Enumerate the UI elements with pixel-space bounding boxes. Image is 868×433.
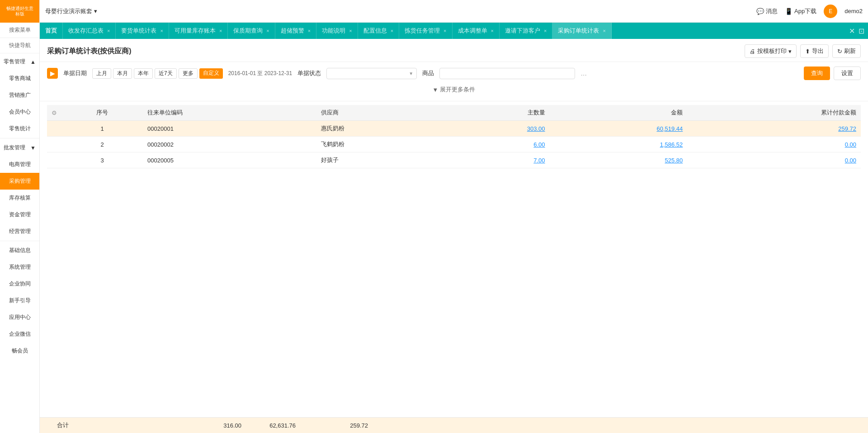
footer-label: 合计 — [52, 421, 214, 429]
sidebar-item-purchase[interactable]: 采购管理 — [0, 173, 39, 190]
refresh-button[interactable]: ↻ 刷新 — [832, 44, 861, 58]
tab-inventory[interactable]: 可用量库存账本 × — [169, 23, 228, 39]
tab-invite[interactable]: 邀请下游客户 × — [500, 23, 552, 39]
sidebar: 畅捷通好生意 标版 搜索菜单 快捷导航 零售管理 ▲ 零售商城 营销推广 会员中… — [0, 0, 40, 433]
account-name: 母婴行业演示账套 — [45, 7, 92, 15]
tab-cost-adj[interactable]: 成本调整单 × — [453, 23, 500, 39]
row-amount[interactable]: 525.80 — [550, 152, 688, 168]
row-settings — [47, 137, 61, 152]
sidebar-item-search[interactable]: 搜索菜单 — [0, 23, 39, 38]
app-download-button[interactable]: App下载 — [785, 7, 816, 15]
sidebar-item-marketing[interactable]: 营销推广 — [0, 87, 39, 104]
sidebar-item-enterprise[interactable]: 企业协同 — [0, 276, 39, 292]
tab-purchase-stat-close[interactable]: × — [603, 28, 605, 33]
date-cur-year-button[interactable]: 本年 — [134, 68, 153, 79]
tab-receive-pay-close[interactable]: × — [107, 28, 110, 33]
page-actions: 🖨 按模板打印 ▾ ⬆ 导出 ↻ 刷新 — [745, 44, 861, 58]
sidebar-item-finance[interactable]: 资金管理 — [0, 206, 39, 223]
tab-receive-pay[interactable]: 收发存汇总表 × — [63, 23, 116, 39]
tab-warranty[interactable]: 保质期查询 × — [228, 23, 275, 39]
tab-func-desc[interactable]: 功能说明 × — [316, 23, 358, 39]
sidebar-item-quick-nav[interactable]: 快捷导航 — [0, 38, 39, 53]
table-row[interactable]: 2 00020002 飞鹤奶粉 6.00 1,586.52 0.00 — [47, 137, 861, 152]
tab-home-label: 首页 — [45, 27, 57, 35]
tab-invite-close[interactable]: × — [544, 28, 547, 33]
tab-order-stat[interactable]: 要货单统计表 × — [116, 23, 169, 39]
tab-cost-adj-close[interactable]: × — [491, 28, 494, 33]
tab-home[interactable]: 首页 — [40, 23, 63, 39]
date-cur-month-button[interactable]: 本月 — [113, 68, 132, 79]
row-amount[interactable]: 1,586.52 — [550, 137, 688, 152]
username: demo2 — [844, 8, 863, 14]
tab-overstock[interactable]: 超储预警 × — [275, 23, 316, 39]
tab-func-desc-close[interactable]: × — [349, 28, 352, 33]
expand-more-button[interactable]: ▼ 展开更多条件 — [47, 83, 861, 96]
sidebar-item-retail-mgmt[interactable]: 零售管理 ▲ — [0, 53, 39, 70]
row-settings — [47, 121, 61, 137]
filter-row-1: ▶ 单据日期 上月 本月 本年 近7天 更多 自定义 2016-01-01 至 … — [47, 67, 861, 80]
expand-more-label: 展开更多条件 — [440, 86, 475, 94]
sidebar-item-base-info[interactable]: 基础信息 — [0, 242, 39, 259]
date-7days-button[interactable]: 近7天 — [155, 68, 177, 79]
row-qty[interactable]: 6.00 — [444, 137, 550, 152]
filter-toggle-button[interactable]: ▶ — [47, 68, 58, 79]
settings-button[interactable]: 设置 — [834, 67, 861, 80]
column-settings-icon[interactable]: ⚙ — [52, 109, 57, 116]
sidebar-item-wholesale[interactable]: 批发管理 ▼ — [0, 139, 39, 156]
status-filter-label: 单据状态 — [297, 69, 321, 77]
chevron-down-icon: ▾ — [94, 8, 97, 14]
goods-more-icon[interactable]: … — [580, 70, 587, 77]
table-row[interactable]: 1 00020001 惠氏奶粉 303.00 60,519.44 259.72 — [47, 121, 861, 137]
query-button[interactable]: 查询 — [804, 67, 830, 80]
date-prev-month-button[interactable]: 上月 — [92, 68, 111, 79]
sidebar-item-member[interactable]: 会员中心 — [0, 104, 39, 120]
tab-warranty-close[interactable]: × — [266, 28, 269, 33]
row-paid[interactable]: 259.72 — [687, 121, 861, 137]
avatar: E — [824, 5, 837, 18]
sidebar-item-retail-mall[interactable]: 零售商城 — [0, 70, 39, 87]
account-dropdown[interactable]: 母婴行业演示账套 ▾ — [45, 7, 97, 15]
row-paid[interactable]: 0.00 — [687, 137, 861, 152]
status-select[interactable] — [326, 68, 417, 79]
sidebar-item-ops[interactable]: 经营管理 — [0, 223, 39, 240]
maximize-icon[interactable]: ⊡ — [859, 27, 864, 35]
row-no: 2 — [61, 137, 143, 152]
sidebar-item-sys-mgmt[interactable]: 系统管理 — [0, 259, 39, 276]
row-qty[interactable]: 7.00 — [444, 152, 550, 168]
page-header: 采购订单统计表(按供应商) 🖨 按模板打印 ▾ ⬆ 导出 ↻ 刷新 — [40, 39, 868, 62]
tab-config[interactable]: 配置信息 × — [358, 23, 399, 39]
status-select-wrap — [326, 68, 417, 79]
tab-config-close[interactable]: × — [391, 28, 393, 33]
tab-invite-label: 邀请下游客户 — [505, 27, 540, 35]
footer-paid: 259.72 — [314, 422, 368, 429]
message-button[interactable]: 消息 — [756, 7, 778, 15]
sidebar-item-app-center[interactable]: 应用中心 — [0, 309, 39, 326]
sidebar-item-ecommerce[interactable]: 电商管理 — [0, 156, 39, 173]
tab-inventory-close[interactable]: × — [219, 28, 222, 33]
sidebar-item-vip[interactable]: 畅会员 — [0, 343, 39, 359]
th-no: 序号 — [61, 105, 143, 121]
goods-filter-input[interactable] — [439, 68, 575, 79]
sidebar-item-new-guide[interactable]: 新手引导 — [0, 292, 39, 309]
row-paid[interactable]: 0.00 — [687, 152, 861, 168]
row-amount[interactable]: 60,519.44 — [550, 121, 688, 137]
row-settings — [47, 152, 61, 168]
sidebar-item-stock[interactable]: 库存核算 — [0, 190, 39, 206]
chevron-down-icon: ▾ — [788, 48, 792, 55]
tab-pick-task-close[interactable]: × — [443, 28, 446, 33]
template-print-button[interactable]: 🖨 按模板打印 ▾ — [745, 44, 797, 58]
date-more-button[interactable]: 更多 — [179, 68, 198, 79]
close-tab-icon[interactable]: ✕ — [849, 27, 855, 35]
tab-inventory-label: 可用量库存账本 — [175, 27, 216, 35]
row-qty[interactable]: 303.00 — [444, 121, 550, 137]
sidebar-item-retail-stat[interactable]: 零售统计 — [0, 120, 39, 137]
tab-order-stat-close[interactable]: × — [160, 28, 163, 33]
sidebar-item-enterprise-wx[interactable]: 企业微信 — [0, 326, 39, 343]
tab-overstock-close[interactable]: × — [308, 28, 311, 33]
tabbar: 首页 收发存汇总表 × 要货单统计表 × 可用量库存账本 × 保质期查询 × 超… — [40, 23, 868, 39]
table-row[interactable]: 3 00020005 好孩子 7.00 525.80 0.00 — [47, 152, 861, 168]
tab-purchase-stat[interactable]: 采购订单统计表 × — [552, 23, 611, 39]
tab-cost-adj-label: 成本调整单 — [458, 27, 487, 35]
export-button[interactable]: ⬆ 导出 — [800, 44, 829, 58]
tab-pick-task[interactable]: 拣货任务管理 × — [399, 23, 452, 39]
